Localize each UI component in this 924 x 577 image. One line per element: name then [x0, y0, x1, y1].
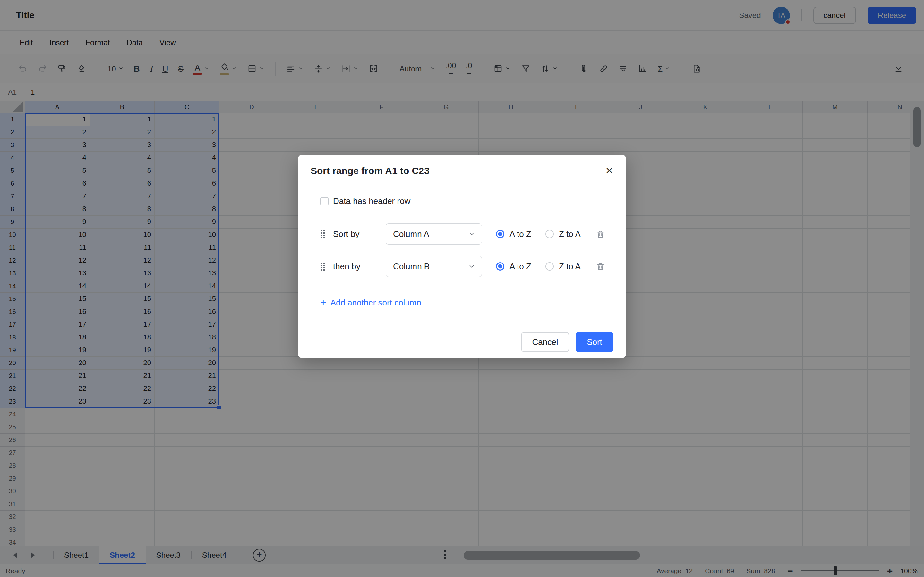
radio-selected-icon[interactable] [496, 230, 504, 238]
sort-row-label: then by [333, 261, 375, 271]
trash-icon [596, 261, 606, 271]
radio-icon[interactable] [545, 262, 554, 271]
header-row-checkbox[interactable] [320, 197, 328, 205]
header-row-option: Data has header row [320, 196, 626, 206]
dialog-footer: Cancel Sort [298, 326, 626, 358]
chevron-down-icon [467, 230, 476, 238]
add-sort-column-button[interactable]: + Add another sort column [320, 298, 421, 308]
delete-sort-rule-button[interactable] [596, 261, 606, 271]
sort-order-label: Z to A [559, 261, 581, 271]
sort-order-option[interactable]: Z to A [545, 229, 581, 239]
close-icon[interactable]: ✕ [606, 166, 614, 176]
sort-rule-row: Sort byColumn AA to ZZ to A [321, 223, 626, 245]
column-select[interactable]: Column A [386, 223, 482, 245]
sort-rules: Sort byColumn AA to ZZ to Athen byColumn… [298, 223, 626, 277]
sort-order-option[interactable]: A to Z [496, 229, 531, 239]
sort-range-dialog: Sort range from A1 to C23 ✕ Data has hea… [298, 155, 626, 358]
delete-sort-rule-button[interactable] [596, 229, 606, 239]
trash-icon [596, 229, 606, 239]
plus-icon: + [320, 298, 326, 308]
sort-rule-row: then byColumn BA to ZZ to A [321, 256, 626, 277]
chevron-down-icon [467, 262, 476, 271]
spreadsheet-app: Title Saved TA cancel Release EditInsert… [0, 0, 924, 577]
dialog-sort-button[interactable]: Sort [575, 332, 614, 352]
header-row-label: Data has header row [333, 196, 410, 206]
column-select-value: Column A [393, 229, 429, 239]
drag-handle-icon[interactable] [321, 263, 325, 271]
dialog-cancel-button[interactable]: Cancel [521, 332, 569, 352]
radio-icon[interactable] [545, 230, 554, 238]
dialog-title: Sort range from A1 to C23 [310, 165, 430, 176]
column-select-value: Column B [393, 261, 430, 271]
sort-order-option[interactable]: A to Z [496, 261, 531, 271]
sort-row-label: Sort by [333, 229, 375, 239]
add-sort-column-label: Add another sort column [330, 298, 421, 308]
sort-order-label: Z to A [559, 229, 581, 239]
sort-order-option[interactable]: Z to A [545, 261, 581, 271]
sort-order-label: A to Z [509, 229, 531, 239]
column-select[interactable]: Column B [386, 256, 482, 277]
dialog-header: Sort range from A1 to C23 ✕ [298, 155, 626, 187]
radio-selected-icon[interactable] [496, 262, 504, 271]
drag-handle-icon[interactable] [321, 230, 325, 238]
sort-order-label: A to Z [509, 261, 531, 271]
